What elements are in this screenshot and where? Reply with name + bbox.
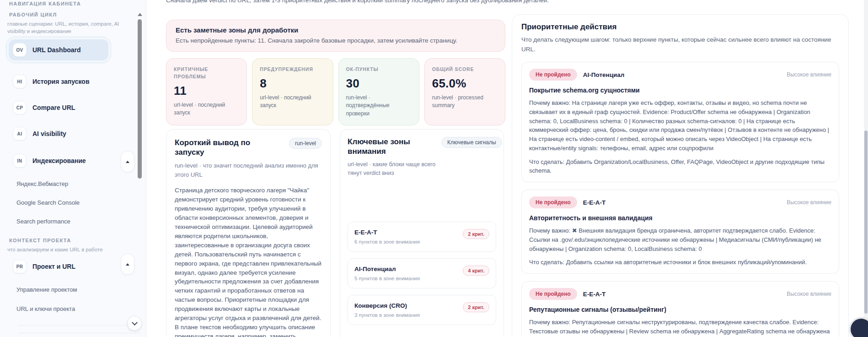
zone-name: E-E-A-T xyxy=(354,229,420,236)
stat-sub: run-level · подтверждённые проверки xyxy=(346,94,412,118)
url-dashboard-icon: OV xyxy=(13,43,27,57)
sidebar: НАВИГАЦИЯ КАБИНЕТА РАБОЧИЙ ЦИКЛ главные … xyxy=(0,0,146,337)
project-expander-button[interactable] xyxy=(121,254,134,275)
sidebar-item-indexing[interactable]: IN Индексирование xyxy=(13,152,86,169)
sidebar-divider xyxy=(18,333,140,333)
sidebar-item-ai-visibility[interactable]: AI AI visibility xyxy=(13,125,66,142)
sidebar-item-label: Индексирование xyxy=(32,157,86,164)
sidebar-item-label: Проект и URL xyxy=(32,263,75,270)
triangle-up-icon xyxy=(126,263,129,266)
verdict-card-title: Короткий вывод по запуску xyxy=(175,138,275,158)
key-zones-subtitle: url-level · какие блоки чаще всего тянут… xyxy=(348,160,441,178)
status-badge: Не пройдено xyxy=(529,69,577,81)
priorities-subtitle: Что делать следующим шагом: только верхн… xyxy=(521,35,839,54)
sidebar-item-url-dashboard-pill[interactable]: OV URL Dashboard xyxy=(9,39,108,60)
priority-action: Что сделать: Добавить ссылки на авторите… xyxy=(529,258,831,267)
stat-value: 30 xyxy=(346,76,412,91)
stat-sub: run-level · processed summary xyxy=(432,94,498,110)
sidebar-subitem-search-performance[interactable]: Search performance xyxy=(16,218,70,225)
sidebar-item-compare-url[interactable]: CP Compare URL xyxy=(13,99,75,116)
alert-body: Есть непройденные пункты: 11. Сначала за… xyxy=(176,37,496,44)
floating-action-button[interactable] xyxy=(849,317,868,337)
chevron-down-icon xyxy=(132,320,138,326)
sidebar-item-label: URL Dashboard xyxy=(32,46,81,54)
priority-category: AI-Потенциал xyxy=(583,71,625,78)
triangle-up-icon xyxy=(138,13,142,16)
zone-sub: 5 пунктов в зоне внимания xyxy=(354,276,420,281)
stat-label: ПРЕДУПРЕЖДЕНИЯ xyxy=(260,66,325,73)
zone-name: AI-Потенциал xyxy=(354,266,420,272)
sidebar-subitem-yandex-webmaster[interactable]: Яндекс.Вебмастер xyxy=(16,180,68,187)
sidebar-item-project-and-url[interactable]: PR Проект и URL xyxy=(13,258,75,275)
sidebar-item-label: Compare URL xyxy=(32,104,75,111)
impact-label: Высокое влияние xyxy=(787,71,831,78)
key-signals-badge: Ключевые сигналы xyxy=(441,137,502,148)
rework-alert-banner: Есть заметные зоны для доработки Есть не… xyxy=(166,20,505,52)
stat-label: ОК-ПУНКТЫ xyxy=(346,66,412,73)
stats-row: КРИТИЧНЫЕ ПРОБЛЕМЫ 11 url-level · послед… xyxy=(166,58,505,118)
triangle-up-icon xyxy=(126,161,129,163)
page-intro-note: Сначала даем verdict по URL, затем 1-3 п… xyxy=(166,0,549,4)
sidebar-item-history[interactable]: HI История запусков xyxy=(13,73,90,90)
sidebar-subitem-url-and-keys[interactable]: URL и ключи проекта xyxy=(16,305,75,312)
compare-icon: CP xyxy=(13,101,27,114)
priority-title: Покрытие schema.org сущностями xyxy=(529,87,831,94)
key-zones-title: Ключевые зоны внимания xyxy=(348,137,432,157)
sidebar-scroll-up-button[interactable] xyxy=(138,12,142,16)
zone-sub: 6 пунктов в зоне внимания xyxy=(354,239,420,245)
sidebar-subitem-project-management[interactable]: Управление проектом xyxy=(16,286,77,293)
priority-why: Почему важно: Репутационные сигналы нест… xyxy=(529,318,831,336)
crit-count-badge: 2 крит. xyxy=(463,302,489,312)
section-desc-work-cycle: главные сценарии: URL, история, compare,… xyxy=(7,20,119,35)
priority-why: Почему важно: ✖ Внешняя валидация бренда… xyxy=(529,226,831,253)
sidebar-nav-header: НАВИГАЦИЯ КАБИНЕТА xyxy=(9,1,81,6)
crit-count-badge: 4 крит. xyxy=(463,266,489,276)
zone-name: Конверсия (CRO) xyxy=(354,302,420,309)
sidebar-subitem-google-search-console[interactable]: Google Search Console xyxy=(16,199,80,206)
zone-item-ai-potential[interactable]: AI-Потенциал 5 пунктов в зоне внимания 4… xyxy=(348,258,496,288)
zone-item-conversion-cro[interactable]: Конверсия (CRO) 3 пунктов в зоне внимани… xyxy=(348,295,496,325)
sidebar-divider xyxy=(18,325,140,326)
impact-label: Высокое влияние xyxy=(787,291,831,297)
crit-count-badge: 2 крит. xyxy=(463,229,489,239)
zone-item-eeat[interactable]: E-E-A-T 6 пунктов в зоне внимания 2 крит… xyxy=(348,222,496,252)
page-scrollbar-thumb[interactable] xyxy=(864,130,868,314)
alert-title: Есть заметные зоны для доработки xyxy=(176,26,496,34)
priority-title: Репутационные сигналы (отзывы/рейтинг) xyxy=(529,306,831,313)
status-badge: Не пройдено xyxy=(529,288,577,300)
stat-value: 11 xyxy=(174,84,239,98)
priority-item-reputation-signals: Не пройдено E-E-A-T Высокое влияние Репу… xyxy=(521,281,839,337)
sidebar-item-url-dashboard[interactable]: OV URL Dashboard xyxy=(6,37,111,63)
priority-category: E-E-A-T xyxy=(583,199,606,206)
stat-card-total-score: ОБЩИЙ SCORE 65.0% run-level · processed … xyxy=(424,58,505,125)
sidebar-item-label: История запусков xyxy=(32,78,90,85)
zone-item-text: AI-Потенциал 5 пунктов в зоне внимания xyxy=(354,266,420,281)
verdict-text: Страница детского творческого лагеря "Ча… xyxy=(175,186,322,337)
history-icon: HI xyxy=(13,75,27,88)
zone-item-text: E-E-A-T 6 пунктов в зоне внимания xyxy=(354,229,420,245)
stat-value: 8 xyxy=(260,76,325,91)
priority-why: Почему важно: На странице лагеря уже ест… xyxy=(529,98,831,153)
stat-value: 65.0% xyxy=(432,76,498,91)
priority-action: Что сделать: Добавить Organization/Local… xyxy=(529,158,831,176)
priority-item-schema-coverage: Не пройдено AI-Потенциал Высокое влияние… xyxy=(521,62,839,182)
stat-card-ok-points: ОК-ПУНКТЫ 30 run-level · подтверждённые … xyxy=(338,58,419,125)
sidebar-scroll-more-button[interactable] xyxy=(127,316,142,331)
indexing-expander-button[interactable] xyxy=(121,151,134,172)
stat-sub: url-level · последний запуск xyxy=(260,94,325,110)
key-zones-card: Ключевые зоны внимания url-level · какие… xyxy=(340,129,504,337)
ai-visibility-icon: AI xyxy=(13,127,27,141)
project-icon: PR xyxy=(13,260,27,273)
impact-label: Высокое влияние xyxy=(787,199,831,206)
priority-title: Авторитетность и внешняя валидация xyxy=(529,214,831,222)
section-desc-project-context: что анализируем и какие URL в работе xyxy=(7,246,119,253)
zones-spacer xyxy=(348,178,496,222)
stat-card-critical-problems: КРИТИЧНЫЕ ПРОБЛЕМЫ 11 url-level · послед… xyxy=(166,58,247,125)
priority-actions-card: Приоритетные действия Что делать следующ… xyxy=(512,14,849,337)
indexing-icon: IN xyxy=(13,154,27,168)
stat-card-warnings: ПРЕДУПРЕЖДЕНИЯ 8 url-level · последний з… xyxy=(252,58,333,125)
zone-item-text: Конверсия (CRO) 3 пунктов в зоне внимани… xyxy=(354,302,420,318)
sidebar-scrollbar-thumb[interactable] xyxy=(138,19,142,179)
verdict-card-subtitle: run-level · что значит последний анализ … xyxy=(175,161,322,179)
priority-category: E-E-A-T xyxy=(583,291,606,298)
